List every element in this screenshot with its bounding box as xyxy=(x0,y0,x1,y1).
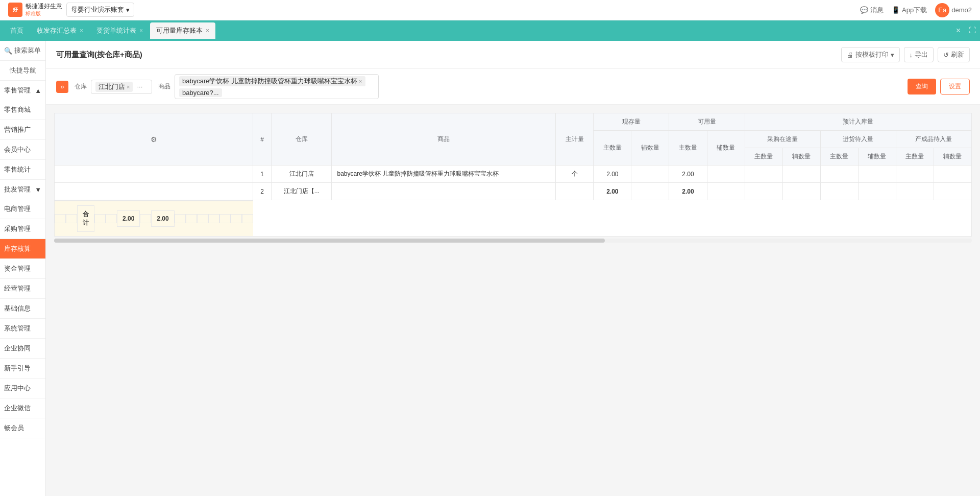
close-tab-icon[interactable]: × xyxy=(206,27,209,34)
footer-cell xyxy=(242,214,253,223)
refresh-btn[interactable]: ↺ 刷新 xyxy=(938,47,970,62)
page-header: 可用量查询(按仓库+商品) 🖨 按模板打印 ▾ ↓ 导出 ↺ 刷新 xyxy=(46,41,980,69)
chevron-down-icon: ▾ xyxy=(891,51,894,59)
footer-cell xyxy=(186,214,197,223)
message-btn[interactable]: 💬 消息 xyxy=(860,6,884,15)
cell-pt-aux xyxy=(782,166,820,183)
sidebar-item-marketing[interactable]: 营销推广 xyxy=(0,120,45,140)
tab-order-stats[interactable]: 要货单统计表 × xyxy=(90,22,149,39)
sidebar-item-retail-mall[interactable]: 零售商城 xyxy=(0,100,45,120)
cell-stock-aux xyxy=(631,183,669,200)
tab-home[interactable]: 首页 xyxy=(4,22,30,39)
sidebar-item-retail-stats[interactable]: 零售统计 xyxy=(0,160,45,180)
footer-cell xyxy=(94,214,106,223)
tag-text: babycare学饮杯 儿童防摔防撞吸管杯重力球吸嘴杯宝宝水杯 xyxy=(182,77,357,86)
cell-warehouse: 江北门店 xyxy=(272,166,332,183)
close-tab-icon[interactable]: × xyxy=(80,27,83,34)
close-tab-icon[interactable]: × xyxy=(139,27,143,34)
cell-settings xyxy=(55,166,253,183)
settings-btn[interactable]: 设置 xyxy=(940,79,970,95)
query-btn[interactable]: 查询 xyxy=(908,79,936,95)
sidebar-item-sys-mgmt[interactable]: 系统管理 xyxy=(0,319,45,339)
message-icon: 💬 xyxy=(860,6,868,14)
th-stock-aux: 辅数量 xyxy=(631,131,669,166)
gear-icon[interactable]: ⚙ xyxy=(151,135,157,144)
cell-number: 1 xyxy=(253,166,272,183)
content-area: 可用量查询(按仓库+商品) 🖨 按模板打印 ▾ ↓ 导出 ↺ 刷新 xyxy=(46,41,980,496)
print-template-btn[interactable]: 🖨 按模板打印 ▾ xyxy=(841,47,900,62)
filter-toggle-btn[interactable]: » xyxy=(56,81,68,93)
table-scroll: ⚙ # 仓库 商品 主计量 现存量 可用量 预计入库量 主数量 辅 xyxy=(54,113,972,237)
filter-actions: 查询 设置 xyxy=(908,79,970,95)
cell-pp-aux xyxy=(858,166,896,183)
th-settings: ⚙ xyxy=(55,113,253,166)
sidebar-item-ecommerce[interactable]: 电商管理 xyxy=(0,199,45,219)
footer-cell xyxy=(66,214,77,223)
th-fp-main: 主数量 xyxy=(896,148,934,166)
cell-avail-aux xyxy=(707,183,745,200)
sidebar-label: 零售管理 xyxy=(4,86,31,95)
sidebar-item-inventory[interactable]: 库存核算 xyxy=(0,239,45,259)
tab-receive-send-summary[interactable]: 收发存汇总表 × xyxy=(31,22,89,39)
top-bar-right: 💬 消息 📱 App下载 Ea demo2 xyxy=(860,3,972,17)
horizontal-scrollbar[interactable] xyxy=(54,239,972,243)
user-profile[interactable]: Ea demo2 xyxy=(935,3,972,17)
logo: 好 畅捷通好生意 标准版 xyxy=(8,3,62,17)
sidebar-item-basic-info[interactable]: 基础信息 xyxy=(0,299,45,319)
product-tags[interactable]: babycare学饮杯 儿童防摔防撞吸管杯重力球吸嘴杯宝宝水杯 × babyca… xyxy=(175,74,379,99)
chevron-down-icon: ▼ xyxy=(35,186,41,194)
top-bar: 好 畅捷通好生意 标准版 母婴行业演示账套 ▾ 💬 消息 📱 App下载 Ea … xyxy=(0,0,980,20)
th-pp-main: 主数量 xyxy=(820,148,858,166)
th-number: # xyxy=(253,113,272,166)
search-menu-btn[interactable]: 🔍 搜索菜单 xyxy=(0,41,45,61)
footer-cell xyxy=(106,214,117,223)
page-title: 可用量查询(按仓库+商品) xyxy=(56,50,142,60)
print-icon: 🖨 xyxy=(847,51,853,59)
close-all-icon[interactable]: × xyxy=(956,26,961,35)
app-download-btn[interactable]: 📱 App下载 xyxy=(892,6,927,15)
data-table: ⚙ # 仓库 商品 主计量 现存量 可用量 预计入库量 主数量 辅 xyxy=(54,113,972,237)
sidebar-item-enterprise-wechat[interactable]: 企业微信 xyxy=(0,398,45,418)
sidebar-item-operations[interactable]: 经营管理 xyxy=(0,279,45,299)
warehouse-filter-label: 仓库 xyxy=(75,82,87,91)
sidebar-item-purchase[interactable]: 采购管理 xyxy=(0,219,45,239)
footer-cell xyxy=(208,214,219,223)
table-row: 2 江北门店【... 2.00 2.00 xyxy=(55,183,972,200)
sidebar-item-wholesale-mgmt[interactable]: 批发管理 ▼ xyxy=(0,180,45,199)
mobile-icon: 📱 xyxy=(892,6,900,14)
product-tag-1: babycare学饮杯 儿童防摔防撞吸管杯重力球吸嘴杯宝宝水杯 × xyxy=(179,76,365,86)
export-btn[interactable]: ↓ 导出 xyxy=(904,47,934,62)
cell-pt-main xyxy=(745,183,782,200)
quick-nav-label: 快捷导航 xyxy=(10,66,36,75)
sidebar-item-enterprise-collab[interactable]: 企业协同 xyxy=(0,339,45,359)
cell-fp-main xyxy=(896,166,934,183)
cell-fp-aux xyxy=(934,183,971,200)
filter-more-dots[interactable]: ··· xyxy=(135,83,144,90)
th-warehouse: 仓库 xyxy=(272,113,332,166)
cell-product: babycare学饮杯 儿童防摔防撞吸管杯重力球吸嘴杯宝宝水杯 xyxy=(332,166,556,183)
sidebar-item-vip-member[interactable]: 畅会员 xyxy=(0,418,45,438)
tab-available-inventory[interactable]: 可用量库存账本 × xyxy=(150,22,215,39)
tag-text: babycare?... xyxy=(182,89,219,97)
remove-tag-icon[interactable]: × xyxy=(127,84,130,90)
sidebar-item-member-center[interactable]: 会员中心 xyxy=(0,140,45,160)
sidebar: 🔍 搜索菜单 快捷导航 零售管理 ▲ 零售商城 营销推广 会员中心 零售统计 批… xyxy=(0,41,46,496)
footer-total-row: 合计 2.00 2.00 xyxy=(55,200,253,236)
th-pt-aux: 辅数量 xyxy=(782,148,820,166)
sidebar-item-app-center[interactable]: 应用中心 xyxy=(0,379,45,398)
sidebar-label: 营销推广 xyxy=(4,125,31,134)
remove-tag-icon[interactable]: × xyxy=(359,78,362,84)
quick-nav-btn[interactable]: 快捷导航 xyxy=(0,61,45,81)
sidebar-item-retail-mgmt[interactable]: 零售管理 ▲ xyxy=(0,81,45,100)
industry-select[interactable]: 母婴行业演示账套 ▾ xyxy=(66,3,134,17)
sidebar-item-new-guide[interactable]: 新手引导 xyxy=(0,359,45,379)
fullscreen-icon[interactable]: ⛶ xyxy=(969,26,976,35)
sidebar-item-finance[interactable]: 资金管理 xyxy=(0,259,45,279)
warehouse-tags[interactable]: 江北门店 × ··· xyxy=(91,80,152,94)
product-tag-2: babycare?... xyxy=(179,88,222,97)
avatar: Ea xyxy=(935,3,949,17)
message-label: 消息 xyxy=(870,6,884,15)
sidebar-label: 采购管理 xyxy=(4,224,31,233)
th-fp-aux: 辅数量 xyxy=(934,148,971,166)
table-area: ⚙ # 仓库 商品 主计量 现存量 可用量 预计入库量 主数量 辅 xyxy=(46,105,980,251)
